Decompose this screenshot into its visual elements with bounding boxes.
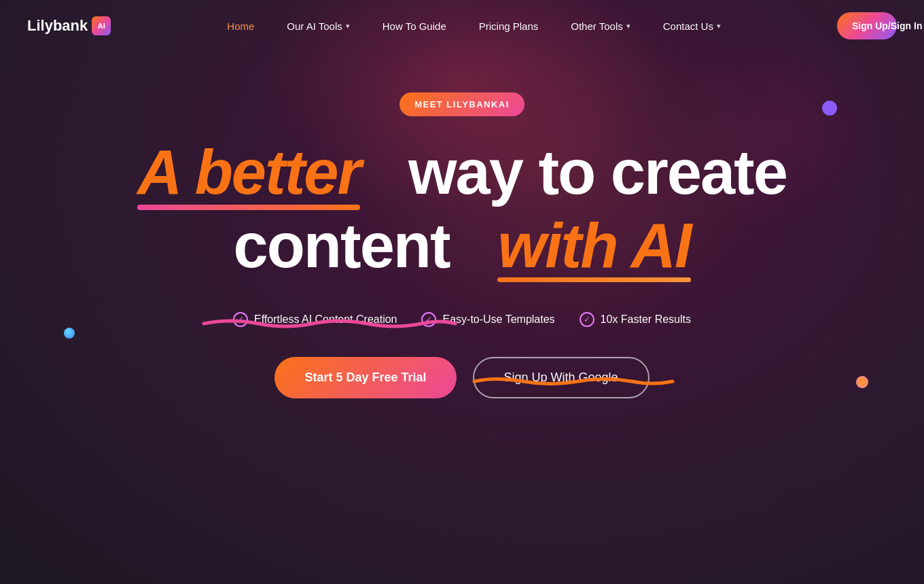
nav-link-contact[interactable]: Contact Us ▾: [647, 15, 737, 37]
nav-item-ai-tools[interactable]: Our AI Tools ▾: [270, 15, 366, 37]
hero-headline-line2: content with AI: [137, 214, 787, 277]
navbar: Lilybank AI Home Our AI Tools ▾ How To G…: [0, 0, 924, 52]
check-icon-1: ✓: [233, 312, 248, 327]
hero-headline-line1: A better way to create: [137, 141, 787, 203]
nav-link-pricing[interactable]: Pricing Plans: [463, 15, 555, 37]
nav-item-other-tools[interactable]: Other Tools ▾: [554, 15, 646, 37]
check-icon-3: ✓: [580, 312, 594, 327]
meet-badge: MEET LILYBANKAI: [399, 92, 525, 116]
logo-text: Lilybank: [27, 17, 88, 35]
nav-link-home[interactable]: Home: [211, 15, 270, 37]
nav-links: Home Our AI Tools ▾ How To Guide Pricing…: [211, 15, 737, 37]
chevron-down-icon: ▾: [346, 22, 350, 31]
hero-text-content: content: [234, 211, 450, 280]
nav-item-how-to[interactable]: How To Guide: [366, 15, 463, 37]
trial-button[interactable]: Start 5 Day Free Trial: [274, 357, 456, 398]
nav-item-home[interactable]: Home: [211, 15, 270, 37]
feature-item-1: ✓ Effortless AI Content Creation: [233, 312, 397, 327]
nav-link-how-to[interactable]: How To Guide: [366, 15, 463, 37]
cta-row: Start 5 Day Free Trial Sign Up With Goog…: [274, 357, 649, 398]
check-icon-2: ✓: [421, 312, 436, 327]
hero-headline: A better way to create content with AI: [137, 141, 787, 277]
nav-link-ai-tools[interactable]: Our AI Tools ▾: [270, 15, 366, 37]
hero-text-way-to-create: way to create: [408, 137, 787, 207]
hero-text-a-better: A better: [137, 141, 360, 203]
nav-link-other-tools[interactable]: Other Tools ▾: [554, 15, 646, 37]
hero-section: MEET LILYBANKAI A better way to create c…: [0, 52, 924, 398]
feature-label-2: Easy-to-Use Templates: [442, 313, 554, 326]
nav-item-contact[interactable]: Contact Us ▾: [647, 15, 737, 37]
sign-up-button[interactable]: Sign Up/Sign In: [837, 12, 897, 40]
google-signup-button[interactable]: Sign Up With Google: [473, 357, 650, 398]
feature-item-2: ✓ Easy-to-Use Templates: [421, 312, 554, 327]
feature-label-1: Effortless AI Content Creation: [254, 313, 397, 326]
chevron-down-icon-3: ▾: [717, 22, 721, 31]
feature-item-3: ✓ 10x Faster Results: [580, 312, 691, 327]
logo-ai-badge: AI: [92, 16, 111, 35]
hero-text-with-ai: with AI: [497, 214, 690, 277]
chevron-down-icon-2: ▾: [626, 22, 630, 31]
feature-label-3: 10x Faster Results: [601, 313, 691, 326]
features-row: ✓ Effortless AI Content Creation ✓ Easy-…: [233, 312, 691, 327]
nav-item-pricing[interactable]: Pricing Plans: [463, 15, 555, 37]
logo[interactable]: Lilybank AI: [27, 16, 111, 35]
